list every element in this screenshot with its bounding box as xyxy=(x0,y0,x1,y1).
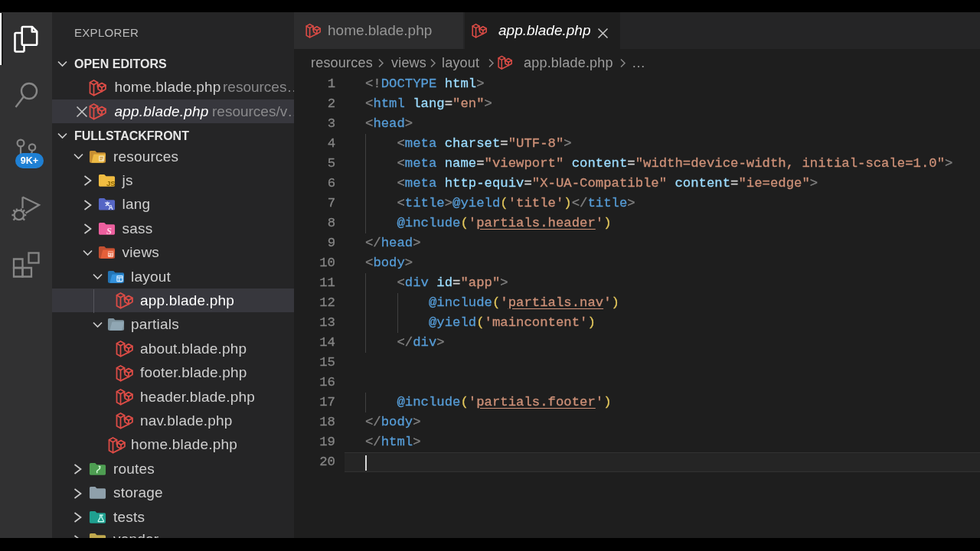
svg-text:JS: JS xyxy=(106,179,116,187)
svg-text:A: A xyxy=(108,204,113,211)
svg-text:S: S xyxy=(106,226,112,236)
